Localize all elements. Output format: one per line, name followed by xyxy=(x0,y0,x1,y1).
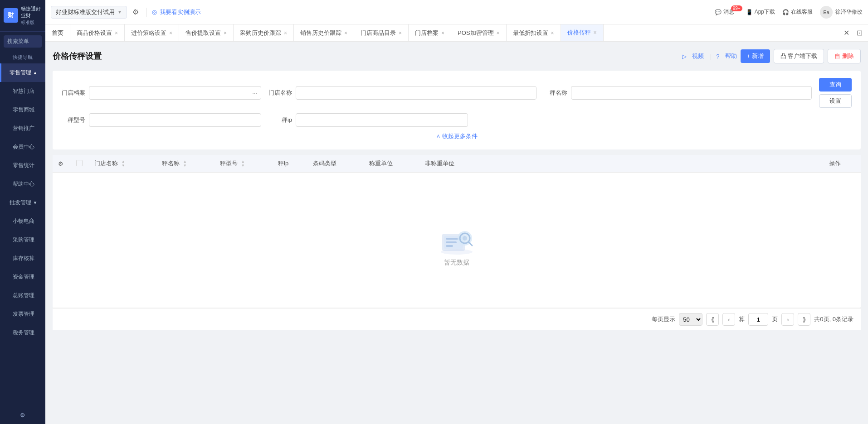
page-number-input[interactable] xyxy=(748,313,768,326)
sidebar-item-marketing[interactable]: 营销推广 xyxy=(0,119,45,138)
sort-arrows-scale-model[interactable]: ▲▼ xyxy=(241,160,245,168)
scale-model-input[interactable] xyxy=(89,113,261,127)
th-store-name-label: 门店名称 xyxy=(94,160,118,167)
app-logo-icon: 财 xyxy=(4,8,18,23)
th-weight-unit: 称重单位 xyxy=(364,155,420,173)
th-scale-name: 秤名称 ▲▼ xyxy=(156,155,215,173)
th-checkbox[interactable] xyxy=(71,155,89,173)
sidebar-item-ecommerce[interactable]: 零售商城 xyxy=(0,101,45,119)
collapse-button[interactable]: ∧ 收起更多条件 xyxy=(432,130,482,142)
tab-price-scale-close[interactable]: × xyxy=(594,29,597,36)
delete-button[interactable]: 自 删除 xyxy=(828,49,861,63)
add-button[interactable]: + 新增 xyxy=(741,49,770,63)
tab-price-settings[interactable]: 商品价格设置 × xyxy=(70,24,125,42)
search-menu-button[interactable]: 搜索菜单 xyxy=(4,35,42,48)
sidebar-item-member[interactable]: 会员中心 xyxy=(0,138,45,156)
tab-store-catalog[interactable]: 门店商品目录 × xyxy=(354,24,409,42)
maximize-tab-button[interactable]: ⊡ xyxy=(855,28,864,38)
tab-sale-price-close[interactable]: × xyxy=(224,30,227,36)
online-service-button[interactable]: 🎧 在线客服 xyxy=(782,8,813,16)
chevron-down-icon: ▼ xyxy=(117,10,122,14)
demo-button[interactable]: ◎ 我要看实例演示 xyxy=(152,8,201,16)
settings-query-button[interactable]: 设置 xyxy=(819,94,852,108)
th-actions: 操作 xyxy=(824,155,861,173)
total-info: 共0页, 0条记录 xyxy=(814,315,853,323)
tab-min-discount[interactable]: 最低折扣设置 × xyxy=(507,24,561,42)
th-settings[interactable]: ⚙ xyxy=(53,155,71,173)
page-prefix-label: 算 xyxy=(739,315,745,323)
sidebar-item-purchase-label: 采购管理 xyxy=(13,236,34,243)
app-download-button[interactable]: 📱 App下载 xyxy=(746,8,775,16)
user-menu-button[interactable]: Ea 徐泽华修改 xyxy=(820,6,863,19)
tab-purchase-strategy[interactable]: 进价策略设置 × xyxy=(125,24,179,42)
tab-pos[interactable]: POS加密管理 × xyxy=(451,24,506,42)
tab-sale-history-close[interactable]: × xyxy=(344,30,347,36)
store-file-trigger[interactable]: ··· xyxy=(89,86,261,100)
sidebar-item-retail[interactable]: 零售管理 ▲ xyxy=(0,63,45,82)
query-button[interactable]: 查询 xyxy=(819,78,852,92)
tab-purchase-strategy-close[interactable]: × xyxy=(169,30,172,36)
th-non-weight-unit: 非称重单位 xyxy=(419,155,824,173)
sidebar-item-help[interactable]: 帮助中心 xyxy=(0,175,45,193)
sidebar-item-xiaowei[interactable]: 小畅电商 xyxy=(0,212,45,231)
next-page-button[interactable]: › xyxy=(781,313,794,326)
sidebar-item-wholesale[interactable]: 批发管理 ▼ xyxy=(0,193,45,212)
tab-sale-price[interactable]: 售价提取设置 × xyxy=(179,24,234,42)
quick-nav-label[interactable]: 快捷导航 xyxy=(0,51,45,63)
tab-store-catalog-close[interactable]: × xyxy=(399,30,402,36)
sidebar-item-marketing-label: 营销推广 xyxy=(13,125,34,131)
sort-arrows-scale-name[interactable]: ▲▼ xyxy=(183,160,187,168)
download-client-button[interactable]: 凸 客户端下载 xyxy=(774,49,824,63)
last-page-button[interactable]: ⟫ xyxy=(798,313,810,326)
select-all-checkbox[interactable] xyxy=(76,160,83,166)
scale-model-label: 秤型号 xyxy=(62,116,85,124)
tab-store-file[interactable]: 门店档案 × xyxy=(409,24,451,42)
tab-pos-close[interactable]: × xyxy=(497,30,500,36)
version-selector[interactable]: 好业财标准版交付试用 ▼ xyxy=(51,6,127,19)
sidebar-item-stats[interactable]: 零售统计 xyxy=(0,156,45,175)
topbar-gear-button[interactable]: ⚙ xyxy=(131,6,141,18)
sort-arrows-store[interactable]: ▲▼ xyxy=(122,160,125,168)
tab-sale-history[interactable]: 销售历史价跟踪 × xyxy=(294,24,354,42)
help-label[interactable]: 帮助 xyxy=(725,52,737,60)
tab-price-scale[interactable]: 价格传秤 × xyxy=(561,24,604,42)
close-tab-button[interactable]: ✕ xyxy=(842,28,851,38)
sidebar-settings-button[interactable]: ⚙ xyxy=(0,406,45,424)
table-wrapper: ⚙ 门店名称 ▲▼ 秤名称 ▲▼ 秤型号 xyxy=(53,155,861,308)
sidebar-item-finance[interactable]: 资金管理 xyxy=(0,268,45,286)
tab-store-file-close[interactable]: × xyxy=(441,30,444,36)
tab-purchase-history[interactable]: 采购历史价跟踪 × xyxy=(234,24,294,42)
first-page-button[interactable]: ⟪ xyxy=(706,313,719,326)
content-area: 价格传秤设置 ▷ 视频 | ? 帮助 + 新增 凸 客户端下载 自 删除 门店档… xyxy=(45,42,868,424)
per-page-select[interactable]: 50 10 20 100 xyxy=(679,313,702,326)
message-icon: 💬 xyxy=(715,9,722,15)
sidebar-item-xiaowei-label: 小畅电商 xyxy=(13,218,34,224)
tabs-bar: 首页 商品价格设置 × 进价策略设置 × 售价提取设置 × 采购历史价跟踪 × … xyxy=(45,24,868,42)
tab-min-discount-close[interactable]: × xyxy=(551,30,554,36)
tab-home[interactable]: 首页 xyxy=(45,24,70,42)
empty-text: 暂无数据 xyxy=(444,259,469,267)
sidebar-item-smart-store[interactable]: 智慧门店 xyxy=(0,82,45,101)
avatar-initials: Ea xyxy=(823,10,829,15)
scale-ip-search-item: 秤ip xyxy=(268,113,468,127)
tab-home-label: 首页 xyxy=(52,29,63,37)
th-scale-name-label: 秤名称 xyxy=(162,160,180,167)
app-download-icon: 📱 xyxy=(746,9,753,15)
sidebar-item-invoice[interactable]: 发票管理 xyxy=(0,305,45,323)
sidebar-item-purchase[interactable]: 采购管理 xyxy=(0,231,45,249)
store-name-input[interactable] xyxy=(296,86,536,100)
video-help-label[interactable]: 视频 xyxy=(692,52,704,60)
sidebar-item-ecommerce-label: 零售商城 xyxy=(13,106,34,113)
sidebar-item-inventory[interactable]: 库存核算 xyxy=(0,249,45,268)
tab-sale-history-label: 销售历史价跟踪 xyxy=(300,29,341,37)
messages-button[interactable]: 💬 消息 99+ xyxy=(715,8,739,16)
scale-ip-input[interactable] xyxy=(296,113,468,127)
sidebar-item-tax[interactable]: 税务管理 xyxy=(0,323,45,342)
prev-page-button[interactable]: ‹ xyxy=(722,313,735,326)
sidebar-item-ledger[interactable]: 总账管理 xyxy=(0,286,45,305)
tab-purchase-history-close[interactable]: × xyxy=(284,30,287,36)
sidebar-search-area: 搜索菜单 xyxy=(0,32,45,51)
messages-badge: 99+ xyxy=(731,5,742,11)
scale-name-input[interactable] xyxy=(571,86,812,100)
tab-price-settings-close[interactable]: × xyxy=(115,30,118,36)
